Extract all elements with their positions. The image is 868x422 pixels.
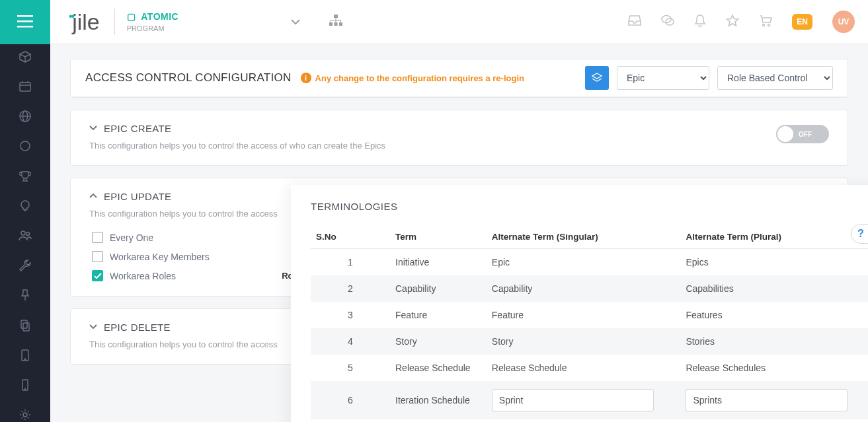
tablet-icon[interactable]: [18, 348, 32, 362]
info-icon: i: [301, 73, 311, 83]
layers-icon: [591, 72, 603, 84]
config-header: ACCESS CONTROL CONFIGURATION i Any chang…: [71, 59, 848, 97]
svg-point-12: [662, 16, 671, 23]
chevron-down-icon: [89, 321, 97, 333]
col-sno: S.No: [311, 225, 390, 249]
option-label: Every One: [110, 232, 153, 243]
col-term: Term: [390, 225, 487, 249]
layers-button[interactable]: [585, 66, 609, 90]
svg-rect-2: [17, 26, 33, 28]
chat-icon[interactable]: [661, 15, 674, 29]
section-epic-create: EPIC CREATE This configuration helps you…: [70, 110, 848, 166]
section-title: EPIC UPDATE: [104, 191, 171, 202]
section-title: EPIC DELETE: [104, 322, 171, 333]
cube-icon[interactable]: [18, 50, 32, 63]
table-row: 5Release ScheduleRelease ScheduleRelease…: [311, 355, 868, 381]
svg-rect-27: [23, 323, 29, 331]
bulb-icon[interactable]: [18, 199, 32, 213]
language-badge[interactable]: EN: [792, 14, 812, 30]
help-icon[interactable]: ?: [851, 224, 868, 244]
config-warning: i Any change to the configuration requir…: [301, 73, 524, 83]
svg-rect-9: [331, 20, 331, 22]
page-title: ACCESS CONTROL CONFIGURATION: [85, 71, 292, 85]
svg-rect-6: [339, 22, 342, 26]
svg-rect-4: [329, 22, 333, 26]
terminologies-panel: TERMINOLOGIES S.No Term Alternate Term (…: [291, 185, 868, 422]
svg-point-14: [763, 24, 765, 26]
table-row: 3FeatureFeatureFeatures: [311, 302, 868, 328]
toggle-create[interactable]: OFF: [776, 125, 829, 143]
wrench-icon[interactable]: [18, 259, 32, 273]
panel-title: TERMINOLOGIES: [311, 201, 868, 212]
svg-point-25: [26, 232, 30, 236]
divider: [114, 9, 115, 35]
svg-point-29: [24, 359, 26, 360]
program-label: PROGRAM: [127, 24, 178, 32]
mode-select[interactable]: Role Based Control: [717, 66, 833, 90]
svg-rect-5: [335, 22, 338, 26]
chevron-up-icon: [89, 190, 97, 202]
gear-icon[interactable]: [18, 408, 32, 422]
table-row: 2CapabilityCapabilityCapabilities: [311, 275, 868, 302]
section-header-create[interactable]: EPIC CREATE: [89, 122, 829, 134]
svg-point-15: [768, 24, 770, 26]
table-row: 1InitiativeEpicEpics: [311, 249, 868, 276]
menu-icon: [17, 15, 33, 28]
chevron-down-icon: [89, 122, 97, 134]
calendar-icon[interactable]: [18, 79, 32, 93]
trophy-icon[interactable]: [18, 169, 32, 183]
svg-rect-16: [20, 83, 30, 91]
users-icon[interactable]: [18, 229, 32, 242]
svg-point-24: [21, 231, 25, 235]
config-card: ACCESS CONTROL CONFIGURATION i Any chang…: [70, 59, 848, 98]
sitemap-icon[interactable]: [329, 15, 342, 29]
program-name: ATOMIC: [141, 11, 178, 22]
program-selector[interactable]: ▢ATOMIC PROGRAM: [127, 11, 178, 32]
cart-icon[interactable]: [759, 14, 772, 30]
brand-logo: ••jile: [69, 9, 100, 35]
inbox-icon[interactable]: [628, 15, 641, 29]
svg-point-32: [23, 413, 27, 417]
svg-rect-11: [336, 20, 336, 22]
monitor-icon: ▢: [127, 11, 136, 22]
table-row: 6 Iteration Schedule: [311, 381, 868, 419]
section-title: EPIC CREATE: [104, 123, 171, 134]
circle-icon[interactable]: [18, 139, 32, 153]
warning-text: Any change to the configuration requires…: [315, 73, 524, 83]
star-icon[interactable]: [726, 14, 739, 30]
toggle-label: OFF: [799, 131, 812, 138]
svg-point-23: [20, 141, 30, 151]
hamburger-button[interactable]: [0, 0, 50, 44]
svg-rect-3: [334, 15, 338, 18]
alt-singular-input[interactable]: [492, 389, 654, 411]
table-row: 4StoryStoryStories: [311, 328, 868, 355]
toggle-knob: [777, 126, 793, 142]
checkbox-keymembers[interactable]: [92, 251, 103, 262]
svg-rect-1: [17, 20, 33, 22]
terminologies-table: S.No Term Alternate Term (Singular) Alte…: [311, 225, 868, 419]
section-desc: This configuration helps you to control …: [89, 141, 829, 151]
svg-rect-0: [17, 15, 33, 17]
phone-icon[interactable]: [18, 378, 32, 392]
checkbox-everyone[interactable]: [92, 232, 103, 243]
globe-icon[interactable]: [18, 109, 32, 123]
copy-icon[interactable]: [18, 318, 32, 332]
svg-rect-10: [340, 20, 341, 22]
top-header: ••jile ▢ATOMIC PROGRAM EN UV: [0, 0, 868, 44]
col-singular: Alternate Term (Singular): [487, 225, 681, 249]
alt-plural-input[interactable]: [686, 389, 848, 411]
col-plural: Alternate Term (Plural): [680, 225, 868, 249]
left-sidebar: [0, 44, 50, 422]
entity-select[interactable]: Epic: [617, 66, 709, 90]
avatar[interactable]: UV: [832, 11, 855, 33]
brand-text: jile: [72, 9, 100, 35]
svg-rect-26: [21, 320, 27, 328]
pin-icon[interactable]: [18, 289, 32, 302]
option-label: Workarea Roles: [110, 271, 176, 281]
bell-icon[interactable]: [694, 14, 706, 30]
checkbox-roles[interactable]: [92, 270, 103, 281]
option-label: Workarea Key Members: [110, 252, 210, 262]
chevron-down-icon[interactable]: [291, 16, 300, 28]
svg-point-31: [24, 389, 25, 390]
